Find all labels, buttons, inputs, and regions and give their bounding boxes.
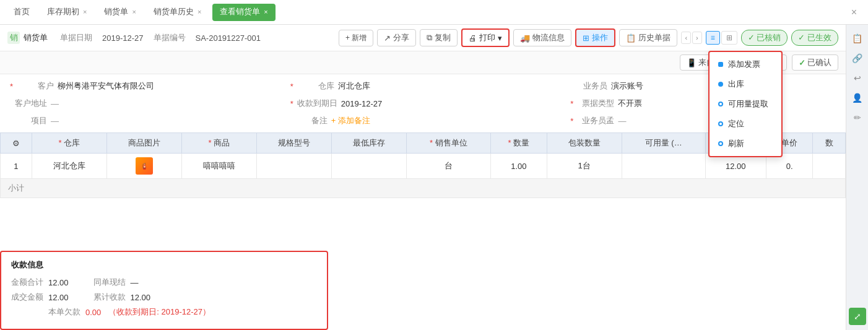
main-container: 销 销货单 单据日期 2019-12-27 单据编号 SA-20191227-0…	[0, 25, 868, 330]
same-order-settle-item: 同单现结 —	[93, 277, 139, 288]
dropdown-refresh[interactable]: 刷新	[710, 134, 781, 154]
notes-field: 备注 + 添加备注	[290, 115, 556, 126]
dropdown-outbound[interactable]: 出库	[710, 74, 781, 94]
share-icon: ↗	[384, 33, 391, 43]
copy-button[interactable]: ⧉ 复制	[420, 29, 458, 46]
doc-title: 销 销货单	[7, 32, 48, 44]
tab-close-inventory[interactable]: ×	[83, 8, 87, 15]
tab-close-history[interactable]: ×	[197, 8, 201, 15]
row-product-name[interactable]: 嘻嘻嘻嘻	[181, 154, 256, 179]
print-icon: 🖨	[469, 33, 477, 43]
row-min-stock	[331, 154, 406, 179]
nav-arrows: ‹ ›	[681, 32, 701, 44]
number-value: SA-20191227-001	[196, 33, 261, 43]
col-spec: 规格型号	[256, 133, 331, 154]
col-sales-unit[interactable]: * 销售单位	[406, 133, 490, 154]
date-label: 单据日期	[60, 32, 92, 43]
history-button[interactable]: 📋 历史单据	[619, 29, 677, 46]
payment-date-field: * 收款到期日 2019-12-27	[290, 98, 556, 109]
row-sales-unit: 台	[406, 154, 490, 179]
col-product-img: 商品图片	[106, 133, 181, 154]
prev-button[interactable]: ‹	[681, 32, 691, 44]
col-available: 可用量 (…	[622, 133, 705, 154]
mobile-icon: 📱	[687, 58, 697, 67]
check-icon: ✓	[799, 58, 805, 67]
sidebar-icon-user[interactable]: 👤	[849, 89, 866, 106]
row-package-qty: 1台	[547, 154, 622, 179]
history-icon: 📋	[626, 33, 636, 43]
col-package-qty: 包装数量	[547, 133, 622, 154]
add-invoice-icon	[718, 62, 723, 67]
sidebar-icon-edit[interactable]: ✏	[849, 109, 866, 126]
col-product[interactable]: * 商品	[181, 133, 256, 154]
tab-home[interactable]: 首页	[5, 0, 38, 25]
summary-label: 小计	[1, 179, 846, 198]
tab-sales-history[interactable]: 销货单历史 ×	[145, 0, 210, 25]
col-warehouse[interactable]: * 仓库	[32, 133, 106, 154]
sidebar-icon-link[interactable]: 🔗	[849, 50, 866, 67]
row-product-img: 🧯	[106, 154, 181, 179]
customer-field: * 客户 柳州粤港平安气体有限公司	[10, 80, 276, 92]
logistics-icon: 🚚	[520, 33, 530, 43]
tab-bar: 首页 库存期初 × 销货单 × 销货单历史 × 查看销货单 × ×	[0, 0, 868, 25]
outbound-icon	[718, 82, 723, 87]
tab-view-sales[interactable]: 查看销货单 ×	[212, 4, 275, 21]
customer-addr-field: 客户地址 —	[10, 98, 276, 109]
tab-inventory-init[interactable]: 库存期初 ×	[38, 0, 95, 25]
sidebar-icon-return[interactable]: ↩	[849, 69, 866, 87]
dropdown-arrow: ▾	[498, 33, 502, 43]
col-gear[interactable]: ⚙	[1, 133, 32, 154]
logistics-button[interactable]: 🚚 物流信息	[513, 29, 571, 46]
effective-button[interactable]: ✓ 已生效	[791, 30, 838, 46]
footer-row-2: 成交金额 12.00 累计收款 12.00	[11, 292, 317, 303]
project-field: 项目 —	[10, 115, 276, 126]
row-qty[interactable]: 1.00	[491, 154, 547, 179]
total-amount-item: 金额合计 12.00	[11, 277, 69, 288]
new-button[interactable]: + 新增	[339, 30, 373, 46]
tab-close-sales[interactable]: ×	[132, 8, 136, 15]
summary-row: 小计	[1, 179, 846, 198]
meta-info: 单据日期 2019-12-27 单据编号 SA-20191227-001	[60, 32, 261, 43]
refresh-icon	[718, 141, 723, 146]
add-notes-button[interactable]: + 添加备注	[331, 115, 556, 126]
arrearage-item: 本单欠款 0.00 （收款到期日: 2019-12-27）	[11, 306, 210, 318]
col-amount: 数	[813, 133, 846, 154]
window-close-button[interactable]: ×	[845, 7, 863, 18]
operate-dropdown: 添加发票 出库 可用量提取 定位	[708, 51, 783, 157]
print-button[interactable]: 🖨 打印 ▾	[461, 28, 510, 47]
confirm-button[interactable]: ✓ 已确认	[792, 54, 838, 71]
tab-close-view[interactable]: ×	[264, 8, 267, 15]
view-grid-button[interactable]: ⊞	[721, 31, 737, 45]
col-min-stock: 最低库存	[331, 133, 406, 154]
sidebar-icon-expand[interactable]: ⤢	[849, 308, 866, 325]
next-button[interactable]: ›	[692, 32, 702, 44]
footer-title: 收款信息	[11, 259, 317, 271]
form-area: 销 销货单 单据日期 2019-12-27 单据编号 SA-20191227-0…	[0, 25, 846, 330]
doc-icon: 销	[7, 32, 20, 44]
share-button[interactable]: ↗ 分享	[377, 29, 416, 46]
available-pickup-icon	[718, 102, 723, 106]
dropdown-locate[interactable]: 定位	[710, 114, 781, 134]
locate-icon	[718, 121, 723, 126]
sidebar-icon-doc[interactable]: 📋	[849, 30, 866, 47]
view-toggle: ≡ ⊞	[706, 31, 737, 45]
dropdown-available-pickup[interactable]: 可用量提取	[710, 94, 781, 114]
dropdown-add-invoice[interactable]: 添加发票	[710, 54, 781, 74]
view-list-button[interactable]: ≡	[706, 31, 720, 45]
number-label: 单据编号	[154, 32, 186, 43]
verified-button[interactable]: ✓ 已核销	[741, 30, 788, 46]
toolbar-actions: + 新增 ↗ 分享 ⧉ 复制 🖨 打印 ▾ 🚚 物流信息	[339, 28, 838, 47]
footer-info: 收款信息 金额合计 12.00 同单现结 — 成交金额 12.00	[0, 251, 328, 330]
row-seq: 1	[1, 154, 32, 179]
form-toolbar: 销 销货单 单据日期 2019-12-27 单据编号 SA-20191227-0…	[0, 25, 846, 51]
row-spec	[256, 154, 331, 179]
footer-row-3: 本单欠款 0.00 （收款到期日: 2019-12-27）	[11, 306, 317, 318]
salesperson-field: * 业务员孟 —	[570, 115, 836, 126]
tab-sales-order[interactable]: 销货单 ×	[95, 0, 144, 25]
warehouse-field: * 仓库 河北仓库	[290, 80, 556, 92]
operate-button[interactable]: ⊞ 操作	[575, 28, 615, 47]
product-image: 🧯	[136, 157, 153, 175]
col-qty[interactable]: * 数量	[491, 133, 547, 154]
copy-icon: ⧉	[427, 33, 432, 43]
operator-field: 业务员 演示账号	[570, 80, 836, 92]
